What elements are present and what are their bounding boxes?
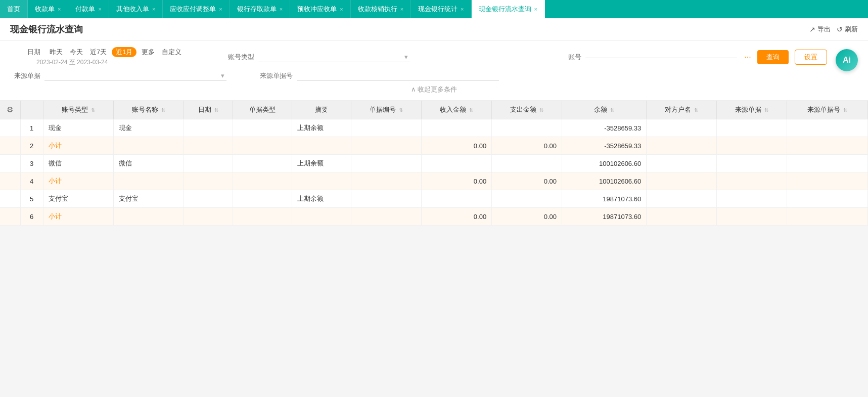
date-btn-more[interactable]: 更多 <box>140 47 157 57</box>
td-income <box>422 155 492 172</box>
date-btn-today[interactable]: 今天 <box>68 47 85 57</box>
td-balance: 100102606.60 <box>562 155 647 172</box>
close-icon[interactable]: × <box>58 6 61 12</box>
header-actions: ↗ 导出 ↺ 刷新 <box>809 25 858 34</box>
th-gear[interactable]: ⚙ <box>0 101 20 119</box>
query-button[interactable]: 查询 <box>757 50 789 64</box>
th-doc-no[interactable]: 单据编号 ⇅ <box>351 101 422 119</box>
close-icon[interactable]: × <box>98 6 101 12</box>
nav-home[interactable]: 首页 <box>0 0 28 18</box>
td-account-type: 微信 <box>43 155 113 172</box>
th-account-type[interactable]: 账号类型 ⇅ <box>43 101 113 119</box>
td-source-doc <box>717 119 787 137</box>
td-account-name: 支付宝 <box>113 190 184 208</box>
chevron-up-icon: ∧ <box>411 85 416 93</box>
sort-icon: ⇅ <box>469 108 473 113</box>
date-buttons: 昨天 今天 近7天 近1月 更多 自定义 <box>48 47 184 57</box>
th-income[interactable]: 收入金额 ⇅ <box>422 101 492 119</box>
account-select[interactable] <box>585 56 737 58</box>
collapse-bar[interactable]: ∧ 收起更多条件 <box>10 83 858 96</box>
th-summary: 摘要 <box>292 101 351 119</box>
td-expense: 0.00 <box>492 172 562 190</box>
table-row: 3微信微信上期余额100102606.60 <box>0 155 868 172</box>
td-num: 6 <box>20 208 43 226</box>
chevron-down-icon: ▾ <box>221 72 224 79</box>
source-doc-select[interactable]: ▾ <box>44 71 226 81</box>
td-num: 3 <box>20 155 43 172</box>
date-btn-1month[interactable]: 近1月 <box>112 47 136 57</box>
th-source-doc-no[interactable]: 来源单据号 ⇅ <box>787 101 868 119</box>
td-counterparty <box>647 190 717 208</box>
td-expense <box>492 155 562 172</box>
nav-bank-deposit[interactable]: 银行存取款单 × <box>230 0 290 18</box>
td-summary: 上期余额 <box>292 190 351 208</box>
nav-payment[interactable]: 付款单 × <box>68 0 109 18</box>
th-account-name[interactable]: 账号名称 ⇅ <box>113 101 184 119</box>
date-btn-7days[interactable]: 近7天 <box>88 47 109 57</box>
close-icon[interactable]: × <box>280 6 283 12</box>
th-source-doc[interactable]: 来源单据 ⇅ <box>717 101 787 119</box>
td-expense <box>492 190 562 208</box>
filter-row-1: 日期 昨天 今天 近7天 近1月 更多 自定义 2023-02-24 至 202… <box>10 47 858 67</box>
nav-verify[interactable]: 收款核销执行 × <box>351 0 411 18</box>
nav-receipt[interactable]: 收款单 × <box>28 0 68 18</box>
filter-row-2: 来源单据 ▾ 来源单据号 <box>10 71 858 81</box>
td-doc-type <box>233 119 292 137</box>
nav-prepay[interactable]: 预收冲应收单 × <box>290 0 350 18</box>
date-btn-yesterday[interactable]: 昨天 <box>48 47 65 57</box>
td-source-doc <box>717 172 787 190</box>
account-label: 账号 <box>551 53 581 62</box>
td-source-doc-no <box>787 172 868 190</box>
td-doc-no <box>351 190 422 208</box>
date-btn-custom[interactable]: 自定义 <box>160 47 184 57</box>
chevron-down-icon: ▾ <box>404 53 408 61</box>
th-balance[interactable]: 余额 ⇅ <box>562 101 647 119</box>
account-dots-button[interactable]: ··· <box>744 53 751 62</box>
td-account-name <box>113 137 184 155</box>
td-account-type: 小计 <box>43 137 113 155</box>
export-icon: ↗ <box>809 25 815 33</box>
account-type-section: 账号类型 ▾ <box>224 52 531 62</box>
td-balance: 19871073.60 <box>562 190 647 208</box>
close-icon[interactable]: × <box>461 6 464 12</box>
export-button[interactable]: ↗ 导出 <box>809 25 831 34</box>
td-balance: -3528659.33 <box>562 137 647 155</box>
account-type-select[interactable]: ▾ <box>258 52 410 62</box>
td-counterparty <box>647 137 717 155</box>
td-account-type: 小计 <box>43 208 113 226</box>
nav-statistics[interactable]: 现金银行统计 × <box>411 0 471 18</box>
th-date[interactable]: 日期 ⇅ <box>184 101 233 119</box>
refresh-icon: ↺ <box>837 25 843 33</box>
refresh-button[interactable]: ↺ 刷新 <box>837 25 858 34</box>
td-source-doc-no <box>787 208 868 226</box>
close-icon[interactable]: × <box>534 6 537 12</box>
td-gear <box>0 208 20 226</box>
nav-flow-query[interactable]: 现金银行流水查询 × <box>472 0 545 18</box>
close-icon[interactable]: × <box>400 6 403 12</box>
th-counterparty[interactable]: 对方户名 ⇅ <box>647 101 717 119</box>
source-doc-no-input[interactable] <box>297 71 499 81</box>
ai-button[interactable]: Ai <box>836 49 858 71</box>
th-expense[interactable]: 支出金额 ⇅ <box>492 101 562 119</box>
td-gear <box>0 119 20 137</box>
settings-button[interactable]: 设置 <box>795 50 827 65</box>
td-date <box>184 155 233 172</box>
close-icon[interactable]: × <box>219 6 222 12</box>
td-account-name: 现金 <box>113 119 184 137</box>
data-table: ⚙ 账号类型 ⇅ 账号名称 ⇅ 日期 ⇅ 单据类型 <box>0 101 868 226</box>
td-date <box>184 119 233 137</box>
nav-other-income[interactable]: 其他收入单 × <box>109 0 163 18</box>
td-source-doc <box>717 155 787 172</box>
nav-adjustment[interactable]: 应收应付调整单 × <box>163 0 230 18</box>
gear-icon[interactable]: ⚙ <box>7 105 13 114</box>
td-gear <box>0 172 20 190</box>
td-income <box>422 190 492 208</box>
td-doc-no <box>351 119 422 137</box>
close-icon[interactable]: × <box>152 6 155 12</box>
table-row: 5支付宝支付宝上期余额19871073.60 <box>0 190 868 208</box>
close-icon[interactable]: × <box>340 6 343 12</box>
td-balance: -3528659.33 <box>562 119 647 137</box>
td-account-type: 小计 <box>43 172 113 190</box>
td-summary <box>292 208 351 226</box>
sort-icon: ⇅ <box>610 108 614 113</box>
